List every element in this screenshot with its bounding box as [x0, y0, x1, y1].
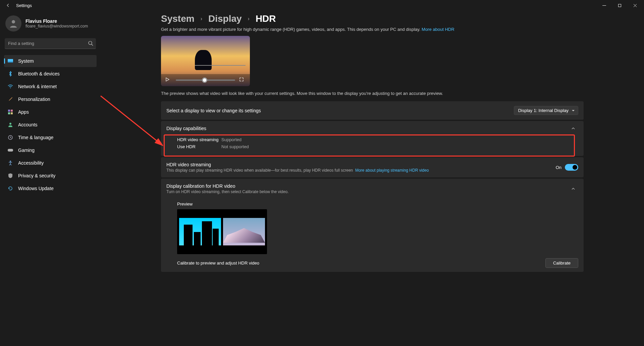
more-about-hdr-link[interactable]: More about HDR	[422, 27, 454, 32]
svg-point-5	[89, 41, 92, 45]
shield-icon	[7, 173, 13, 179]
svg-rect-16	[8, 149, 13, 152]
sidebar-item-label: Gaming	[18, 148, 35, 153]
cap-key: HDR video streaming	[177, 136, 221, 143]
sidebar-item-network[interactable]: Network & internet	[4, 80, 97, 93]
sidebar-item-label: Network & internet	[18, 84, 57, 89]
sidebar-item-time-language[interactable]: Time & language	[4, 131, 97, 143]
display-capabilities-card: Display capabilities HDR video streaming…	[161, 121, 584, 156]
profile-block[interactable]: Flavius Floare floare_flavius@windowsrep…	[4, 13, 97, 37]
breadcrumb-display[interactable]: Display	[208, 13, 242, 24]
sidebar-item-label: Apps	[18, 109, 29, 115]
cap-key: Use HDR	[177, 143, 221, 150]
svg-point-14	[9, 123, 11, 125]
sidebar-item-label: Accounts	[18, 122, 38, 127]
svg-line-6	[92, 44, 93, 46]
select-display-card: Select a display to view or change its s…	[161, 101, 584, 120]
sidebar-item-privacy[interactable]: Privacy & security	[4, 170, 97, 182]
preview-image-mountain	[223, 218, 265, 245]
cap-val: Supported	[221, 136, 249, 143]
calibration-preview	[177, 209, 267, 254]
hdr-streaming-sub: This display can play streaming HDR vide…	[166, 168, 556, 173]
calibration-sub: Turn on HDR video streaming, then select…	[166, 189, 568, 194]
chevron-right-icon: ›	[248, 16, 250, 22]
capabilities-title: Display capabilities	[166, 126, 568, 131]
page-description: Get a brighter and more vibrant picture …	[161, 27, 584, 32]
update-icon	[7, 185, 13, 191]
apps-icon	[7, 109, 13, 115]
sidebar-item-label: Accessibility	[18, 160, 44, 166]
calibrate-action-label: Calibrate to preview and adjust HDR vide…	[177, 261, 545, 266]
preview-note: The preview shows what video will look l…	[161, 91, 584, 96]
chevron-up-icon[interactable]	[568, 126, 578, 130]
breadcrumb: System › Display › HDR	[161, 13, 584, 24]
svg-rect-11	[11, 110, 13, 112]
sidebar-item-label: Time & language	[18, 135, 53, 140]
sidebar-item-label: System	[18, 58, 34, 64]
accessibility-icon	[7, 160, 13, 166]
calibration-title: Display calibration for HDR video	[166, 183, 568, 189]
sidebar-item-accessibility[interactable]: Accessibility	[4, 157, 97, 169]
hdr-streaming-card: HDR video streaming This display can pla…	[161, 157, 584, 177]
toggle-label: On	[556, 165, 561, 170]
breadcrumb-current: HDR	[256, 13, 276, 24]
expand-icon[interactable]	[239, 77, 246, 83]
sidebar-item-bluetooth[interactable]: Bluetooth & devices	[4, 68, 97, 80]
sidebar-item-personalization[interactable]: Personalization	[4, 93, 97, 105]
person-icon	[7, 122, 13, 128]
system-icon	[7, 58, 13, 64]
streaming-more-link[interactable]: More about playing streaming HDR video	[355, 168, 429, 173]
sidebar-item-update[interactable]: Windows Update	[4, 182, 97, 194]
svg-rect-1	[618, 4, 621, 7]
profile-email: floare_flavius@windowsreport.com	[25, 24, 88, 28]
preview-label: Preview	[177, 201, 584, 207]
sidebar-item-label: Windows Update	[18, 186, 54, 191]
sidebar-item-system[interactable]: System	[4, 55, 97, 67]
chevron-right-icon: ›	[201, 16, 202, 22]
profile-name: Flavius Floare	[25, 18, 88, 24]
svg-rect-10	[8, 110, 10, 112]
close-button[interactable]	[627, 0, 643, 11]
svg-point-4	[12, 20, 15, 23]
play-icon[interactable]	[165, 77, 172, 83]
back-button[interactable]	[1, 0, 15, 11]
brush-icon	[7, 96, 13, 102]
preview-image-city	[179, 218, 221, 245]
chevron-up-icon[interactable]	[568, 187, 578, 191]
avatar	[5, 15, 21, 32]
select-display-label: Select a display to view or change its s…	[166, 108, 514, 113]
window-title: Settings	[15, 3, 32, 8]
maximize-button[interactable]	[612, 0, 627, 11]
calibration-card: Display calibration for HDR video Turn o…	[161, 179, 584, 272]
svg-rect-8	[8, 62, 13, 63]
search-icon	[88, 41, 93, 47]
svg-rect-13	[11, 112, 13, 114]
sidebar-item-accounts[interactable]: Accounts	[4, 119, 97, 131]
gamepad-icon	[7, 147, 13, 153]
cap-val: Not supported	[221, 143, 249, 150]
svg-point-9	[10, 88, 11, 88]
hdr-preview-video	[161, 36, 250, 86]
wifi-icon	[7, 83, 13, 90]
search-field[interactable]	[5, 38, 96, 49]
clock-icon	[7, 134, 13, 140]
sidebar-item-gaming[interactable]: Gaming	[4, 144, 97, 156]
hdr-streaming-title: HDR video streaming	[166, 162, 556, 167]
display-dropdown[interactable]: Display 1: Internal Display	[514, 106, 578, 115]
minimize-button[interactable]	[596, 0, 612, 11]
hdr-streaming-toggle[interactable]	[565, 164, 578, 171]
sidebar-item-label: Bluetooth & devices	[18, 71, 60, 76]
sidebar-item-label: Personalization	[18, 97, 50, 102]
sidebar-item-apps[interactable]: Apps	[4, 106, 97, 118]
breadcrumb-system[interactable]: System	[161, 13, 195, 24]
sidebar-item-label: Privacy & security	[18, 173, 55, 178]
calibrate-button[interactable]: Calibrate	[545, 258, 578, 268]
bluetooth-icon	[7, 71, 13, 77]
svg-point-17	[10, 161, 11, 162]
svg-rect-12	[8, 112, 10, 114]
brightness-slider[interactable]	[176, 79, 235, 81]
search-input[interactable]	[5, 38, 96, 49]
